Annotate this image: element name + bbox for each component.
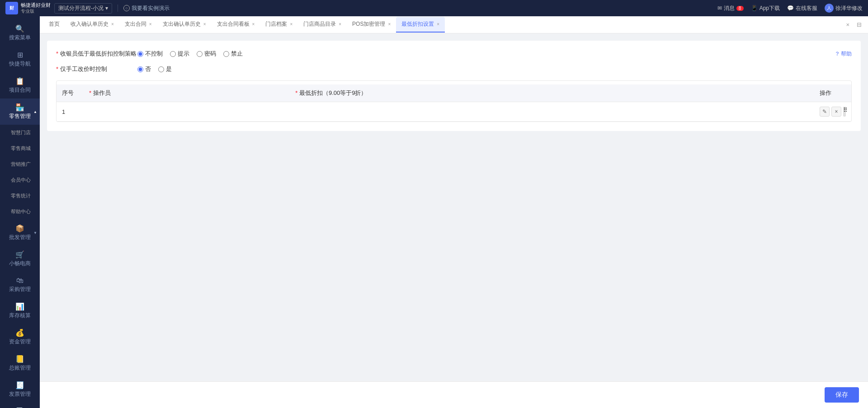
online-service-btn[interactable]: 💬 在线客服 — [787, 5, 817, 12]
tab-payment-contract-board[interactable]: 支出合同看板 × — [212, 17, 260, 33]
sidebar-item-tax-mgmt[interactable]: 📑 税务管理 — [0, 403, 40, 408]
radio-password[interactable]: 密码 — [197, 50, 216, 58]
tab-home[interactable]: 首页 — [43, 17, 65, 33]
radio-remind-input[interactable] — [170, 51, 176, 57]
sidebar-item-project-contract[interactable]: 📋 项目合同 — [0, 72, 40, 98]
sidebar-item-search-menu[interactable]: 🔍 搜索菜单 — [0, 20, 40, 46]
logo-text: 畅捷通好业财 专业版 — [21, 2, 51, 14]
row-drag-handle[interactable]: ⠿ — [843, 107, 846, 117]
close-tab-payment-contract[interactable]: × — [149, 22, 152, 27]
required-star2: * — [56, 66, 58, 72]
service-icon: 💬 — [787, 5, 794, 11]
close-tab-store[interactable]: × — [290, 22, 292, 27]
th-discount-required: * — [295, 89, 297, 96]
tab-store-archive[interactable]: 门店档案 × — [260, 17, 298, 33]
sidebar-item-capital-mgmt[interactable]: 💰 资金管理 — [0, 324, 40, 350]
th-discount: * 最低折扣（9.00等于9折） — [290, 84, 814, 102]
save-button[interactable]: 保存 — [825, 387, 859, 403]
radio-forbid[interactable]: 禁止 — [223, 50, 243, 58]
sidebar-item-quick-nav[interactable]: ⊞ 快捷导航 — [0, 46, 40, 72]
tabbar: 首页 收入确认单历史 × 支出合同 × 支出确认单历史 × 支出合同看板 × 门… — [40, 16, 868, 33]
sidebar-item-xiao-chang[interactable]: 🛒 小畅电商 — [0, 246, 40, 272]
capital-icon: 💰 — [2, 328, 38, 337]
close-tab-discount[interactable]: × — [437, 22, 439, 27]
sidebar-item-wholesale-mgmt[interactable]: 📦 批发管理 — [0, 220, 40, 246]
tab-pos-password[interactable]: POS加密管理 × — [347, 17, 396, 33]
divider — [118, 5, 118, 12]
page-footer: 保存 — [40, 381, 868, 408]
sidebar-item-smart-store[interactable]: 智慧门店 — [0, 125, 40, 141]
app-download-btn[interactable]: 📱 App下载 — [751, 5, 780, 12]
td-discount — [290, 102, 814, 122]
settings-card: * 收银员低于最低折扣控制策略 不控制 提示 — [47, 41, 861, 131]
form-row-1: * 收银员低于最低折扣控制策略 不控制 提示 — [56, 50, 852, 58]
close-all-tabs-btn[interactable]: × — [843, 20, 852, 29]
radio-no-input[interactable] — [137, 66, 143, 72]
td-seq: 1 — [57, 102, 84, 122]
radio-forbid-input[interactable] — [223, 51, 229, 57]
discount-table-wrapper: 序号 * 操作员 * 最低折扣（9.00等于9折） — [56, 80, 852, 122]
close-tab-income[interactable]: × — [111, 22, 114, 27]
purchase-icon: 🛍 — [2, 277, 38, 285]
radio-yes[interactable]: 是 — [158, 65, 172, 73]
demo-link[interactable]: ○ 我要看实例演示 — [123, 5, 170, 12]
discount-table: 序号 * 操作员 * 最低折扣（9.00等于9折） — [57, 84, 851, 122]
topbar-right: ✉ 消息 8 📱 App下载 💬 在线客服 人 徐泽华修改 — [717, 4, 863, 13]
radio-yes-input[interactable] — [158, 66, 164, 72]
contract-icon: 📋 — [2, 77, 38, 85]
sidebar-item-retail-mgmt[interactable]: 🏪 零售管理 — [0, 98, 40, 125]
table-row: 1 ✎ × ⠿ — [57, 102, 851, 122]
question-icon: ？ — [835, 50, 840, 58]
edit-row-btn[interactable]: ✎ — [820, 107, 830, 117]
sidebar-item-retail-stats[interactable]: 零售统计 — [0, 188, 40, 204]
tab-menu-btn[interactable]: ⊟ — [854, 20, 864, 29]
sidebar-item-invoice-mgmt[interactable]: 🧾 发票管理 — [0, 376, 40, 403]
radio-remind[interactable]: 提示 — [170, 50, 189, 58]
tab-store-product-catalog[interactable]: 门店商品目录 × — [298, 17, 347, 33]
search-icon: 🔍 — [2, 24, 38, 33]
radio-no-control[interactable]: 不控制 — [137, 50, 163, 58]
sidebar-item-retail-mall[interactable]: 零售商城 — [0, 141, 40, 156]
sidebar-item-purchase-mgmt[interactable]: 🛍 采购管理 — [0, 272, 40, 298]
sidebar-item-help-center[interactable]: 帮助中心 — [0, 204, 40, 220]
ledger-icon: 📒 — [2, 355, 38, 363]
td-action: ✎ × ⠿ — [814, 102, 851, 122]
radio-no-control-input[interactable] — [137, 51, 143, 57]
radio-group-strategy: 不控制 提示 密码 禁止 — [137, 50, 243, 58]
sidebar-item-member-center[interactable]: 会员中心 — [0, 172, 40, 188]
th-seq: 序号 — [57, 84, 84, 102]
radio-no[interactable]: 否 — [137, 65, 151, 73]
tab-payment-contract[interactable]: 支出合同 × — [119, 17, 157, 33]
main-layout: 🔍 搜索菜单 ⊞ 快捷导航 📋 项目合同 🏪 零售管理 智慧门店 零售商城 营销… — [0, 16, 868, 408]
sidebar: 🔍 搜索菜单 ⊞ 快捷导航 📋 项目合同 🏪 零售管理 智慧门店 零售商城 营销… — [0, 16, 40, 408]
sidebar-item-ledger-mgmt[interactable]: 📒 总账管理 — [0, 350, 40, 376]
circle-icon: ○ — [123, 5, 130, 11]
sidebar-item-marketing[interactable]: 营销推广 — [0, 156, 40, 172]
user-icon: 人 — [825, 4, 834, 13]
tab-payment-confirm-history[interactable]: 支出确认单历史 × — [157, 17, 212, 33]
retail-icon: 🏪 — [2, 103, 38, 112]
th-operator-required: * — [89, 89, 91, 96]
ecommerce-icon: 🛒 — [2, 250, 38, 259]
invoice-icon: 🧾 — [2, 381, 38, 389]
tab-min-discount[interactable]: 最低折扣设置 × — [396, 17, 445, 33]
tab-income-confirm-history[interactable]: 收入确认单历史 × — [65, 17, 119, 33]
content-area: 首页 收入确认单历史 × 支出合同 × 支出确认单历史 × 支出合同看板 × 门… — [40, 16, 868, 408]
close-tab-payment-confirm[interactable]: × — [203, 22, 206, 27]
radio-password-input[interactable] — [197, 51, 203, 57]
project-selector[interactable]: 测试分开流程-小况 ▾ — [54, 3, 112, 14]
logo-icon: 财 — [5, 2, 18, 14]
help-link[interactable]: ？ 帮助 — [835, 50, 852, 58]
delete-row-btn[interactable]: × — [831, 107, 841, 117]
sidebar-item-stock-calc[interactable]: 📊 库存核算 — [0, 298, 40, 324]
download-icon: 📱 — [751, 5, 758, 11]
grid-icon: ⊞ — [2, 51, 38, 59]
close-tab-pos[interactable]: × — [388, 22, 391, 27]
th-operator: * 操作员 — [84, 84, 290, 102]
field2-label: * 仅手工改价时控制 — [56, 65, 137, 73]
messages-btn[interactable]: ✉ 消息 8 — [717, 5, 744, 12]
dropdown-arrow-icon: ▾ — [105, 5, 108, 11]
user-menu-btn[interactable]: 人 徐泽华修改 — [825, 4, 863, 13]
close-tab-catalog[interactable]: × — [339, 22, 341, 27]
close-tab-board[interactable]: × — [252, 22, 255, 27]
